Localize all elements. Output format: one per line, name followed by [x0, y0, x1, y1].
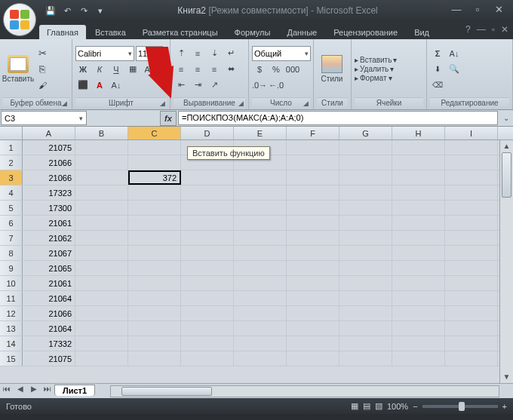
cell[interactable] — [75, 185, 128, 200]
cell[interactable] — [181, 261, 234, 275]
cell[interactable]: 17323 — [23, 185, 75, 200]
styles-button[interactable]: Стили — [317, 41, 347, 97]
cell[interactable] — [75, 261, 128, 275]
cell[interactable] — [128, 155, 181, 170]
cell[interactable] — [234, 351, 287, 366]
cell[interactable] — [392, 246, 445, 260]
cell[interactable] — [181, 216, 234, 230]
view-pagebreak-icon[interactable]: ▧ — [375, 401, 382, 411]
cell[interactable]: 17332 — [23, 336, 75, 351]
col-header-F[interactable]: F — [287, 127, 339, 139]
cell[interactable] — [445, 185, 498, 200]
cell[interactable]: 21066 — [23, 170, 75, 185]
align-center-button[interactable]: ≡ — [190, 62, 205, 77]
cell[interactable] — [445, 306, 498, 320]
cell[interactable] — [75, 216, 128, 230]
cell[interactable]: 21062 — [23, 231, 75, 245]
cell[interactable] — [128, 216, 181, 230]
cell[interactable] — [287, 351, 339, 366]
cell[interactable] — [445, 216, 498, 230]
cell[interactable] — [445, 351, 498, 366]
cell[interactable] — [392, 321, 445, 336]
cell[interactable] — [75, 351, 128, 366]
cell[interactable]: 21065 — [23, 261, 75, 275]
format-cells-button[interactable]: ▸ Формат ▾ — [355, 74, 423, 82]
cell[interactable] — [128, 246, 181, 260]
view-normal-icon[interactable]: ▦ — [351, 401, 358, 411]
cell[interactable] — [128, 291, 181, 305]
shrink-font-button[interactable]: A↓ — [109, 78, 124, 93]
cell[interactable] — [234, 336, 287, 351]
insert-cells-button[interactable]: ▸ Вставить ▾ — [355, 56, 423, 64]
cell[interactable] — [75, 201, 128, 215]
currency-button[interactable]: $ — [252, 62, 267, 77]
cell[interactable] — [287, 276, 339, 290]
cell[interactable] — [234, 261, 287, 275]
cell[interactable] — [128, 306, 181, 320]
cell[interactable]: 21064 — [23, 321, 75, 336]
vertical-scrollbar[interactable]: ▲ ▼ — [499, 140, 513, 383]
cell[interactable] — [287, 216, 339, 230]
cell[interactable] — [339, 306, 392, 320]
orientation-button[interactable]: ↗ — [207, 78, 222, 93]
merge-button[interactable]: ⬌ — [223, 62, 238, 77]
row-header[interactable]: 10 — [0, 276, 23, 290]
font-color-button[interactable]: A — [92, 78, 107, 93]
percent-button[interactable]: % — [269, 62, 284, 77]
restore-workbook-icon[interactable]: ▫ — [492, 24, 495, 35]
autosum-button[interactable] — [430, 46, 445, 61]
cell[interactable] — [128, 336, 181, 351]
cell[interactable] — [392, 201, 445, 215]
font-name-combo[interactable]: Calibri▾ — [75, 46, 134, 61]
cell[interactable] — [392, 261, 445, 275]
cell[interactable] — [287, 201, 339, 215]
tab-page-layout[interactable]: Разметка страницы — [135, 25, 226, 39]
cell[interactable] — [234, 246, 287, 260]
cell[interactable] — [339, 201, 392, 215]
cell[interactable] — [75, 170, 128, 185]
cell[interactable] — [75, 231, 128, 245]
cell[interactable] — [339, 216, 392, 230]
qat-customize-icon[interactable]: ▾ — [94, 4, 107, 17]
cut-button[interactable] — [35, 46, 50, 61]
cell[interactable] — [128, 351, 181, 366]
comma-button[interactable]: 000 — [285, 62, 300, 77]
paste-button[interactable]: Вставить — [3, 41, 33, 97]
tab-review[interactable]: Рецензирование — [326, 25, 405, 39]
col-header-D[interactable]: D — [181, 127, 234, 139]
align-bottom-button[interactable]: ⇣ — [207, 46, 222, 61]
cell[interactable] — [75, 155, 128, 170]
cell[interactable] — [287, 306, 339, 320]
cell[interactable] — [392, 140, 445, 155]
cell[interactable] — [75, 306, 128, 320]
col-header-C[interactable]: C — [128, 127, 181, 139]
row-header[interactable]: 6 — [0, 216, 23, 230]
cell[interactable] — [445, 246, 498, 260]
scroll-down-icon[interactable]: ▼ — [500, 371, 513, 383]
zoom-level[interactable]: 100% — [387, 402, 408, 411]
decrease-decimal-button[interactable]: ←.0 — [269, 78, 284, 93]
cell[interactable] — [181, 170, 234, 185]
cell[interactable]: 21067 — [23, 246, 75, 260]
cell[interactable] — [392, 276, 445, 290]
zoom-slider-knob[interactable] — [459, 402, 465, 411]
cell[interactable] — [287, 291, 339, 305]
align-top-button[interactable]: ⇡ — [174, 46, 189, 61]
col-header-H[interactable]: H — [392, 127, 445, 139]
cell[interactable] — [287, 261, 339, 275]
cell[interactable] — [392, 336, 445, 351]
number-format-combo[interactable]: Общий▾ — [252, 46, 311, 61]
border-button[interactable]: ▦ — [125, 62, 140, 77]
cell[interactable] — [339, 246, 392, 260]
name-box[interactable]: C3▾ — [1, 111, 87, 125]
find-select-button[interactable]: 🔍 — [447, 62, 462, 77]
wrap-text-button[interactable]: ↵ — [223, 46, 238, 61]
col-header-E[interactable]: E — [234, 127, 287, 139]
cell[interactable] — [287, 321, 339, 336]
cell[interactable] — [339, 185, 392, 200]
sort-filter-button[interactable]: A↓ — [447, 46, 462, 61]
cell[interactable] — [75, 140, 128, 155]
cell[interactable] — [339, 170, 392, 185]
cell[interactable] — [445, 321, 498, 336]
format-painter-button[interactable] — [35, 78, 50, 93]
